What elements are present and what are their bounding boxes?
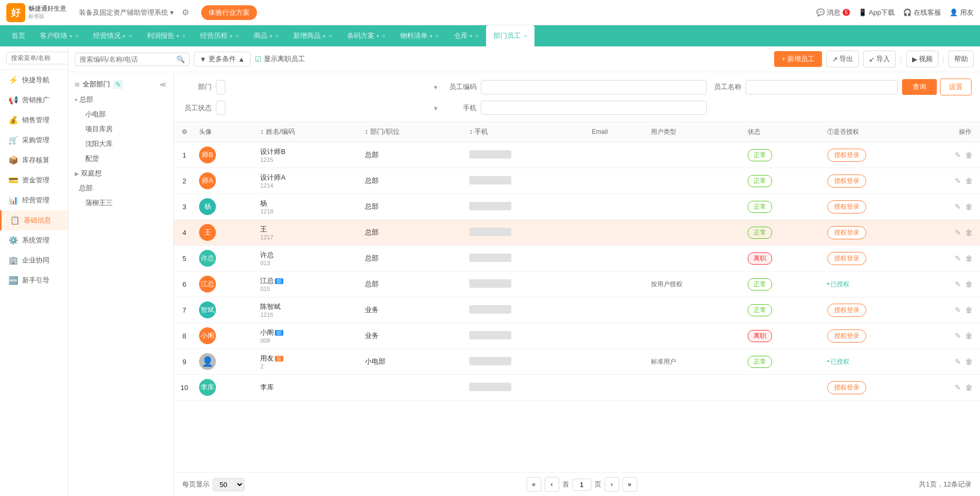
delete-button[interactable]: 🗑 — [964, 253, 974, 264]
tab-barcode[interactable]: 条码方案▾× — [340, 25, 393, 46]
help-button[interactable]: 帮助 — [948, 51, 974, 67]
delete-button[interactable]: 🗑 — [964, 330, 974, 341]
edit-button[interactable]: ✎ — [954, 227, 962, 238]
view-button[interactable]: ▶ 视频 — [906, 51, 938, 67]
sidebar-item-corp[interactable]: 🏢 企业协同 — [0, 250, 68, 270]
delete-button[interactable]: 🗑 — [964, 356, 974, 367]
auth-login-button[interactable]: 授权登录 — [827, 226, 866, 239]
dept-node-putiuwangsan[interactable]: 蒲柳王三 — [68, 196, 173, 210]
sidebar-item-guide[interactable]: 🆕 新手引导 — [0, 270, 68, 290]
edit-button[interactable]: ✎ — [954, 305, 962, 315]
gear-button[interactable]: ⚙ — [178, 5, 193, 20]
sidebar-item-system[interactable]: ⚙️ 系统管理 — [0, 230, 68, 250]
edit-button[interactable]: ✎ — [954, 330, 962, 341]
tab-profit[interactable]: 利润报告▾× — [140, 25, 193, 46]
col-name[interactable]: ↕ 姓名/编码 — [256, 122, 360, 142]
tab-operation[interactable]: 经营情况▾× — [86, 25, 139, 46]
phone-input[interactable] — [481, 101, 707, 115]
edit-button[interactable]: ✎ — [954, 150, 962, 160]
status-select[interactable] — [216, 101, 225, 115]
edit-button[interactable]: ✎ — [954, 356, 962, 367]
tab-close[interactable]: × — [275, 33, 279, 39]
delete-button[interactable]: 🗑 — [964, 382, 974, 393]
prev-page-button[interactable]: ‹ — [545, 477, 559, 492]
auth-login-button[interactable]: 授权登录 — [827, 329, 866, 343]
last-page-button[interactable]: » — [622, 477, 637, 492]
sidebar-item-finance[interactable]: 💳 资金管理 — [0, 170, 68, 190]
dept-node-zongbu2[interactable]: 总部 — [68, 181, 173, 196]
user-button[interactable]: 👤 用友 — [949, 8, 974, 17]
tab-history[interactable]: 经营历程▾× — [193, 25, 246, 46]
sidebar-item-stock[interactable]: 📦 库存核算 — [0, 150, 68, 170]
search-input[interactable] — [80, 55, 174, 63]
sidebar-item-quick-nav[interactable]: ⚡ 快捷导航 — [0, 70, 68, 90]
dept-node-shenyangdajun[interactable]: 沈阳大库 — [68, 137, 173, 151]
more-filter-button[interactable]: ▼ 更多条件 ▲ — [194, 52, 251, 66]
message-button[interactable]: 💬 消息 6 — [816, 8, 850, 17]
trial-button[interactable]: 体验行业方案 — [201, 5, 257, 20]
delete-button[interactable]: 🗑 — [964, 150, 974, 160]
auth-login-button[interactable]: 授权登录 — [827, 381, 866, 394]
col-dept[interactable]: ↕ 部门/职位 — [361, 122, 465, 142]
delete-button[interactable]: 🗑 — [964, 279, 974, 289]
first-page-button[interactable]: « — [527, 477, 541, 492]
dept-node-peihuo[interactable]: 配货 — [68, 151, 173, 166]
emp-name-input[interactable] — [746, 80, 898, 94]
edit-button[interactable]: ✎ — [954, 279, 962, 289]
dept-node-xiangmujiufang[interactable]: 项目库房 — [68, 122, 173, 137]
service-button[interactable]: 🎧 在线客服 — [903, 8, 941, 17]
dept-node-shuangchengxiang[interactable]: ▶ 双庭想 — [68, 166, 173, 181]
delete-button[interactable]: 🗑 — [964, 201, 974, 212]
dept-select[interactable] — [216, 80, 225, 94]
page-input[interactable] — [572, 479, 591, 491]
auth-login-button[interactable]: 授权登录 — [827, 252, 866, 265]
tab-bom[interactable]: 物料清单▾× — [393, 25, 446, 46]
emp-code-input[interactable] — [481, 80, 707, 94]
sidebar-item-sales[interactable]: 💰 销售管理 — [0, 110, 68, 130]
set-button[interactable]: 设置 — [940, 79, 972, 95]
dept-node-xiaodianbu[interactable]: 小电部 — [68, 107, 173, 122]
delete-button[interactable]: 🗑 — [964, 227, 974, 238]
auth-login-button[interactable]: 授权登录 — [827, 304, 866, 317]
sidebar-item-purchase[interactable]: 🛒 采购管理 — [0, 130, 68, 150]
tab-warehouse[interactable]: 仓库▾× — [447, 25, 486, 46]
auth-login-button[interactable]: 授权登录 — [827, 200, 866, 213]
tab-add-goods[interactable]: 新增商品▾× — [286, 25, 339, 46]
delete-button[interactable]: 🗑 — [964, 176, 974, 186]
auth-login-button[interactable]: 授权登录 — [827, 149, 866, 162]
tab-customer[interactable]: 客户联络▾× — [33, 25, 86, 46]
tab-close[interactable]: × — [524, 33, 527, 39]
edit-button[interactable]: ✎ — [954, 201, 962, 212]
dept-edit-icon[interactable]: ✎ — [113, 80, 123, 89]
sidebar-item-operation[interactable]: 📊 经营管理 — [0, 190, 68, 210]
tab-goods[interactable]: 商品▾× — [246, 25, 286, 46]
system-selector[interactable]: 装备及固定资产辅助管理系统 ▾ — [79, 8, 174, 17]
delete-button[interactable]: 🗑 — [964, 305, 974, 315]
col-settings[interactable]: ⚙ — [174, 122, 195, 142]
dept-node-zongbu-parent[interactable]: ▾ 总部 — [68, 92, 173, 107]
sidebar-search-input[interactable] — [6, 52, 68, 64]
dept-tree-header[interactable]: ⊞ 全部部门 ✎ ≪ — [68, 76, 173, 92]
tab-close[interactable]: × — [329, 33, 332, 39]
sidebar-item-basic[interactable]: 📋 基础信息 — [0, 210, 68, 230]
tab-close[interactable]: × — [476, 33, 479, 39]
tab-close[interactable]: × — [128, 33, 132, 39]
col-phone[interactable]: ↕ 手机 — [465, 122, 588, 142]
next-page-button[interactable]: › — [605, 477, 619, 492]
sidebar-item-marketing[interactable]: 📢 营销推广 — [0, 90, 68, 110]
tab-dept-employee[interactable]: 部门员工× — [486, 25, 534, 46]
query-button[interactable]: 查询 — [902, 79, 937, 95]
tab-close[interactable]: × — [235, 33, 239, 39]
tab-home[interactable]: 首页 — [4, 25, 33, 46]
auth-login-button[interactable]: 授权登录 — [827, 174, 866, 188]
tab-close[interactable]: × — [382, 33, 385, 39]
per-page-select[interactable]: 50 100 200 — [213, 478, 244, 491]
tab-close[interactable]: × — [75, 33, 78, 39]
export-button[interactable]: ↗ 导出 — [826, 51, 859, 67]
dept-collapse-icon[interactable]: ≪ — [160, 81, 167, 89]
edit-button[interactable]: ✎ — [954, 382, 962, 393]
tab-close[interactable]: × — [182, 33, 185, 39]
add-employee-button[interactable]: + 新增员工 — [774, 51, 822, 67]
edit-button[interactable]: ✎ — [954, 176, 962, 186]
app-download-button[interactable]: 📱 App下载 — [858, 8, 895, 17]
